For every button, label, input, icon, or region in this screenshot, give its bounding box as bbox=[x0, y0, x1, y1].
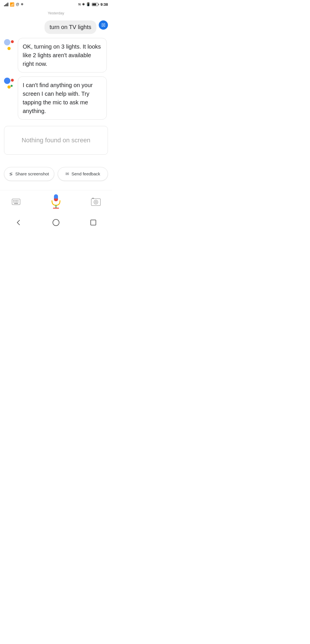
feedback-icon: ✉ bbox=[65, 171, 69, 177]
date-label: Yesterday bbox=[4, 11, 108, 15]
keyboard-icon bbox=[12, 199, 20, 205]
chat-area: Yesterday turn on TV lights ☒ OK, turnin… bbox=[0, 8, 112, 163]
spacer bbox=[0, 183, 112, 190]
svg-rect-8 bbox=[18, 202, 18, 202]
user-avatar-icon: ☒ bbox=[101, 22, 105, 28]
google-assistant-icon-2 bbox=[4, 78, 15, 89]
user-avatar: ☒ bbox=[99, 20, 108, 30]
svg-rect-1 bbox=[13, 200, 14, 201]
keyboard-button[interactable] bbox=[10, 196, 22, 208]
bluetooth-icon: ✱ bbox=[82, 3, 85, 6]
assistant-message-row-2: I can't find anything on your screen I c… bbox=[4, 76, 108, 120]
send-feedback-button[interactable]: ✉ Send feedback bbox=[58, 167, 108, 181]
svg-rect-4 bbox=[18, 200, 18, 201]
feedback-label: Send feedback bbox=[71, 171, 100, 176]
google-assistant-icon-1 bbox=[4, 39, 15, 50]
signal-icon bbox=[4, 2, 8, 6]
snowflake-icon: ❅ bbox=[21, 2, 24, 6]
svg-rect-15 bbox=[91, 199, 100, 206]
share-screenshot-button[interactable]: ≶ Share screenshot bbox=[4, 167, 54, 181]
microphone-icon bbox=[50, 194, 62, 210]
home-button[interactable] bbox=[49, 217, 63, 228]
svg-rect-18 bbox=[92, 198, 94, 199]
nav-bar bbox=[0, 214, 112, 233]
recents-button[interactable] bbox=[86, 217, 100, 228]
nfc-icon: N bbox=[78, 3, 81, 6]
user-message-bubble: turn on TV lights bbox=[44, 20, 96, 34]
back-icon bbox=[15, 219, 22, 226]
action-buttons: ≶ Share screenshot ✉ Send feedback bbox=[0, 163, 112, 183]
svg-rect-7 bbox=[16, 202, 17, 202]
lens-icon bbox=[91, 198, 101, 206]
recents-icon bbox=[90, 220, 96, 225]
svg-rect-5 bbox=[13, 202, 14, 202]
share-icon: ≶ bbox=[9, 171, 13, 177]
assistant-bubble-2: I can't find anything on your screen I c… bbox=[18, 76, 107, 120]
svg-point-17 bbox=[95, 201, 97, 203]
nothing-found-card: Nothing found on screen bbox=[4, 126, 108, 155]
svg-point-16 bbox=[94, 200, 98, 204]
nothing-found-text: Nothing found on screen bbox=[22, 137, 90, 144]
status-bar: 📶 @ ❅ N ✱ 📳 9:38 bbox=[0, 0, 112, 8]
svg-rect-2 bbox=[15, 200, 16, 201]
status-right: N ✱ 📳 9:38 bbox=[78, 2, 108, 7]
status-left: 📶 @ ❅ bbox=[4, 2, 24, 7]
svg-rect-6 bbox=[15, 202, 16, 202]
assistant-message-row-1: OK, turning on 3 lights. It looks like 2… bbox=[4, 38, 108, 72]
bottom-toolbar bbox=[0, 190, 112, 214]
svg-rect-3 bbox=[16, 200, 17, 201]
wifi-icon: 📶 bbox=[10, 2, 14, 7]
share-label: Share screenshot bbox=[15, 171, 49, 176]
user-message-row: turn on TV lights ☒ bbox=[4, 20, 108, 34]
svg-rect-14 bbox=[54, 194, 58, 199]
home-icon bbox=[53, 219, 59, 226]
battery-icon bbox=[92, 3, 99, 6]
at-icon: @ bbox=[16, 2, 19, 6]
back-button[interactable] bbox=[11, 217, 26, 228]
lens-button[interactable] bbox=[90, 196, 102, 208]
svg-rect-9 bbox=[14, 203, 18, 204]
assistant-bubble-1: OK, turning on 3 lights. It looks like 2… bbox=[18, 38, 107, 72]
status-time: 9:38 bbox=[100, 2, 108, 7]
vibrate-icon: 📳 bbox=[86, 2, 90, 6]
mic-button[interactable] bbox=[50, 194, 62, 210]
